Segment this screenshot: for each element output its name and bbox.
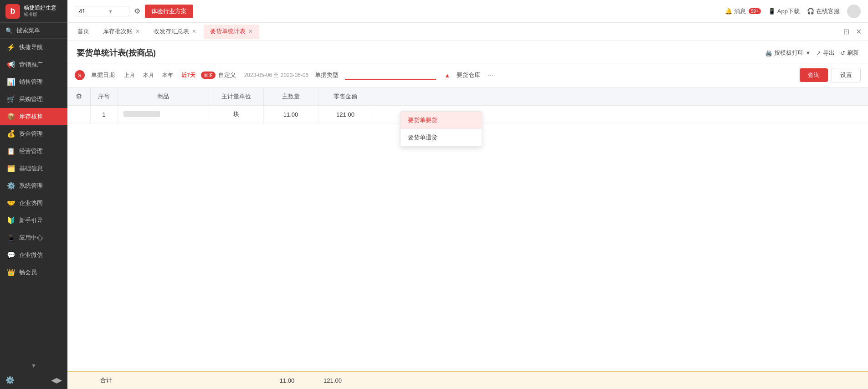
export-icon: ↗ (816, 50, 821, 56)
member-icon: 👑 (6, 268, 15, 276)
product-blurred (123, 111, 160, 117)
filter-this-year-btn[interactable]: 本年 (159, 71, 176, 80)
user-avatar[interactable] (847, 5, 861, 18)
guide-icon: 🔰 (6, 216, 15, 225)
filter-custom-btn[interactable]: 自定义 (218, 71, 236, 79)
sidebar-item-operation[interactable]: 📋 经营管理 (0, 143, 67, 160)
td-product (118, 106, 209, 123)
trial-button[interactable]: 体验行业方案 (145, 5, 193, 18)
chevron-down-icon[interactable]: ▼ (108, 9, 113, 14)
export-button[interactable]: ↗ 导出 (816, 49, 835, 57)
topbar: ▼ ⚙ 体验行业方案 🔔 消息 99+ 📱 App下载 🎧 在线客服 (67, 0, 868, 23)
dropdown-item-order-goods[interactable]: 要货单要货 (401, 112, 482, 129)
dropdown-item-order-return[interactable]: 要货单退货 (401, 129, 482, 146)
app-subtitle: 标准版 (24, 11, 56, 18)
quick-nav-icon: ⚡ (6, 43, 15, 51)
refresh-button[interactable]: ↺ 刷新 (840, 49, 859, 57)
filter-more-badge[interactable]: 更多 (201, 72, 216, 79)
topbar-right: 🔔 消息 99+ 📱 App下载 🎧 在线客服 (725, 5, 861, 18)
tabs-close-all-icon[interactable]: ✕ (853, 27, 864, 36)
filter-type-chevron-icon[interactable]: ▲ (444, 72, 450, 79)
page-content: 要货单统计表(按商品) 🖨️ 按模板打印 ▼ ↗ 导出 ↺ 刷新 » (67, 41, 868, 389)
sidebar-item-wechat[interactable]: 💬 企业微信 (0, 246, 67, 264)
tab-order-summary[interactable]: 要货单统计表 ✕ (204, 25, 259, 39)
topbar-settings-icon[interactable]: ⚙ (134, 7, 140, 15)
sidebar-item-appstore[interactable]: 📱 应用中心 (0, 229, 67, 246)
sidebar-bottom: ⚙️ ◀▶ (0, 371, 67, 389)
online-service-action[interactable]: 🎧 在线客服 (807, 7, 840, 15)
topbar-number-input-wrap[interactable]: ▼ (75, 6, 129, 16)
sidebar-item-member[interactable]: 👑 畅会员 (0, 264, 67, 281)
sidebar-item-purchase[interactable]: 🛒 采购管理 (0, 91, 67, 108)
sidebar-item-label: 新手引导 (19, 216, 43, 225)
table-footer: 合计 11.00 121.00 (67, 371, 868, 389)
footer-amount: 121.00 (310, 377, 355, 384)
notifications-badge: 99+ (749, 8, 761, 14)
appstore-icon: 📱 (6, 234, 15, 242)
print-chevron-icon: ▼ (806, 50, 811, 56)
app-download-action[interactable]: 📱 App下载 (768, 7, 800, 15)
finance-icon: 💰 (6, 130, 15, 138)
filter-expand-button[interactable]: » (75, 70, 85, 80)
basic-icon: 🗂️ (6, 164, 15, 173)
settings-icon[interactable]: ⚙️ (5, 376, 15, 384)
online-service-label: 在线客服 (816, 7, 840, 15)
filter-date-group: 上月 本月 本年 近7天 更多 自定义 (121, 71, 236, 80)
filter-type-input[interactable] (345, 71, 436, 80)
filter-date-range: 2023-05-06 至 2023-06-06 (244, 72, 308, 79)
page-header: 要货单统计表(按商品) 🖨️ 按模板打印 ▼ ↗ 导出 ↺ 刷新 (67, 41, 868, 63)
filter-last-7days-btn[interactable]: 近7天 (179, 71, 198, 80)
type-dropdown: 要货单要货 要货单退货 (400, 111, 482, 147)
tabs-expand-icon[interactable]: ⊡ (841, 27, 852, 36)
th-product: 商品 (118, 87, 209, 106)
collapse-icon[interactable]: ◀▶ (51, 376, 62, 384)
tab-close-icon[interactable]: ✕ (135, 28, 140, 35)
filter-settings-button[interactable]: 设置 (832, 68, 861, 82)
th-settings[interactable]: ⚙ (67, 87, 90, 106)
print-button[interactable]: 🖨️ 按模板打印 ▼ (765, 49, 811, 57)
sidebar-item-system[interactable]: ⚙️ 系统管理 (0, 177, 67, 194)
sidebar-item-label: 库存核算 (19, 113, 43, 121)
query-button[interactable]: 查询 (800, 68, 828, 82)
tab-label: 要货单统计表 (210, 27, 246, 36)
filter-actions: 查询 设置 (800, 68, 861, 82)
sidebar-item-finance[interactable]: 💰 资金管理 (0, 125, 67, 143)
sidebar-logo: b 畅捷通好生意 标准版 (0, 0, 67, 23)
table-settings-icon[interactable]: ⚙ (76, 92, 82, 100)
filter-warehouse-dots[interactable]: ··· (488, 71, 493, 79)
refresh-btn-label: 刷新 (847, 49, 859, 57)
sidebar-item-inventory[interactable]: 📦 库存核算 (0, 108, 67, 125)
sidebar-item-basic[interactable]: 🗂️ 基础信息 (0, 160, 67, 177)
tabs-bar: 首页 库存批次账 ✕ 收发存汇总表 ✕ 要货单统计表 ✕ ⊡ ✕ (67, 23, 868, 41)
sidebar-item-marketing[interactable]: 📢 营销推广 (0, 56, 67, 73)
page-header-actions: 🖨️ 按模板打印 ▼ ↗ 导出 ↺ 刷新 (765, 49, 859, 57)
th-empty (373, 87, 868, 106)
headset-icon: 🎧 (807, 8, 814, 15)
th-quantity: 主数量 (263, 87, 318, 106)
sidebar-search[interactable]: 🔍 搜索菜单 (0, 23, 67, 39)
sidebar-item-label: 资金管理 (19, 130, 43, 138)
tab-close-active-icon[interactable]: ✕ (248, 28, 253, 35)
inventory-icon: 📦 (6, 113, 15, 121)
sidebar-scroll-down[interactable]: ▼ (0, 361, 67, 371)
th-unit: 主计量单位 (209, 87, 263, 106)
filter-last-month-btn[interactable]: 上月 (121, 71, 138, 80)
sidebar-item-label: 营销推广 (19, 61, 43, 69)
bell-icon: 🔔 (725, 8, 732, 15)
sidebar-item-quick-nav[interactable]: ⚡ 快捷导航 (0, 39, 67, 56)
filter-this-month-btn[interactable]: 本月 (140, 71, 157, 80)
tab-close-icon[interactable]: ✕ (192, 28, 196, 35)
tab-batch-account[interactable]: 库存批次账 ✕ (97, 25, 146, 39)
td-quantity: 11.00 (263, 106, 318, 123)
sidebar-item-guide[interactable]: 🔰 新手引导 (0, 212, 67, 229)
tab-home[interactable]: 首页 (71, 25, 96, 39)
printer-icon: 🖨️ (765, 50, 772, 56)
topbar-number-input[interactable] (79, 8, 106, 15)
notifications-action[interactable]: 🔔 消息 99+ (725, 7, 761, 15)
tab-label: 收发存汇总表 (154, 27, 189, 36)
sidebar-item-enterprise[interactable]: 🤝 企业协同 (0, 194, 67, 212)
tab-collect-summary[interactable]: 收发存汇总表 ✕ (147, 25, 203, 39)
sidebar-item-sales[interactable]: 📊 销售管理 (0, 73, 67, 91)
sidebar-item-label: 企业协同 (19, 199, 43, 207)
sidebar-nav: ⚡ 快捷导航 📢 营销推广 📊 销售管理 🛒 采购管理 📦 库存核算 💰 资金管… (0, 39, 67, 361)
